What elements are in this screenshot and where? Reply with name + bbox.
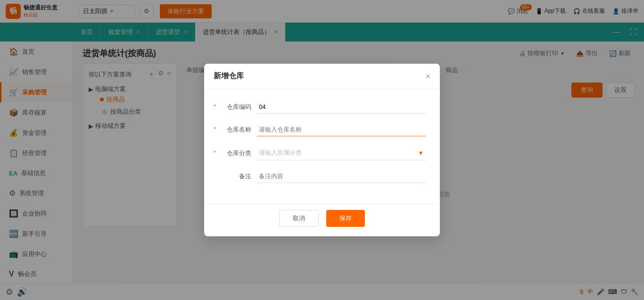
category-select[interactable]: 请输入所属分类 ▼ — [257, 146, 426, 160]
form-row-name: 仓库名称 — [218, 123, 426, 136]
modal-body: 仓库编码 仓库名称 仓库分类 请输入所属分类 ▼ 备注 — [204, 89, 440, 204]
category-label: 仓库分类 — [218, 149, 251, 158]
modal-title: 新增仓库 — [214, 71, 244, 81]
modal-header: 新增仓库 × — [204, 64, 440, 89]
modal-overlay[interactable]: 新增仓库 × 仓库编码 仓库名称 仓库分类 请输入所属分类 ▼ — [0, 0, 644, 300]
name-input[interactable] — [257, 123, 426, 136]
form-row-category: 仓库分类 请输入所属分类 ▼ — [218, 146, 426, 160]
modal-footer: 取消 保存 — [204, 204, 440, 236]
remark-input[interactable] — [257, 170, 426, 183]
add-warehouse-modal: 新增仓库 × 仓库编码 仓库名称 仓库分类 请输入所属分类 ▼ — [204, 64, 440, 236]
category-placeholder: 请输入所属分类 — [259, 149, 302, 157]
cancel-button[interactable]: 取消 — [279, 210, 319, 227]
remark-label: 备注 — [218, 172, 251, 181]
form-row-code: 仓库编码 — [218, 100, 426, 114]
name-label: 仓库名称 — [218, 125, 251, 134]
code-input[interactable] — [257, 100, 426, 114]
modal-close-button[interactable]: × — [425, 72, 430, 81]
save-button[interactable]: 保存 — [326, 210, 365, 227]
code-label: 仓库编码 — [218, 103, 251, 111]
form-row-remark: 备注 — [218, 170, 426, 183]
category-dropdown-icon: ▼ — [418, 150, 424, 157]
